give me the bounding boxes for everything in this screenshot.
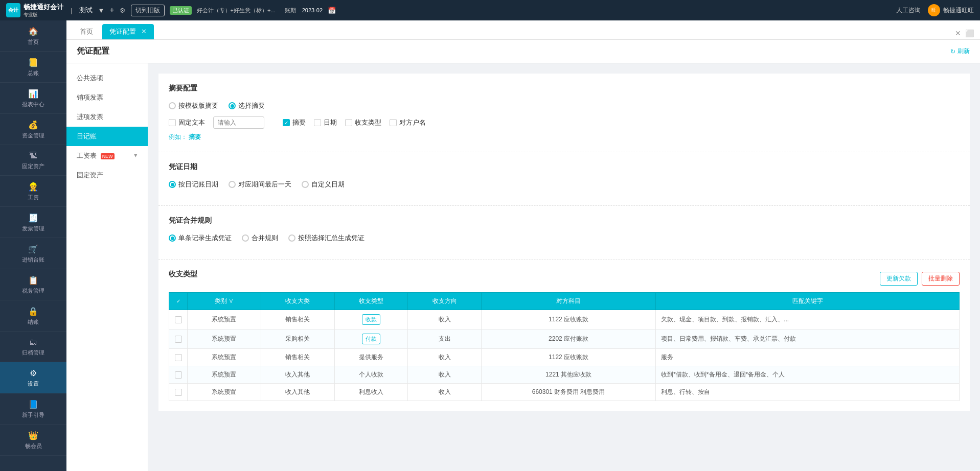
tab-close-icon[interactable]: ✕: [141, 28, 147, 35]
row-account-3: 1122 应收账款: [482, 349, 656, 366]
settings-icon: ⚙: [30, 368, 37, 378]
radio-select-summary-circle: [229, 102, 236, 109]
row-keywords-5: 利息、行转、按自: [656, 384, 960, 401]
row-type-2: 付款: [334, 329, 408, 349]
sidebar-label-close: 结账: [28, 318, 39, 326]
radio-merge-rule[interactable]: 合并规则: [242, 233, 278, 243]
income-expense-section: 收支类型 更新欠款 批量删除 ✓ 类别 ∨: [158, 260, 970, 411]
th-category: 类别 ∨: [188, 293, 261, 310]
radio-merge-rule-circle: [242, 234, 249, 242]
left-nav-public[interactable]: 公共选项: [66, 68, 148, 88]
refresh-button[interactable]: ↻ 刷新: [950, 47, 970, 56]
left-nav-purchase-invoice[interactable]: 进项发票: [66, 107, 148, 127]
row-checkbox-3[interactable]: [169, 349, 188, 366]
radio-period-last-day[interactable]: 对应期间最后一天: [229, 180, 291, 189]
topbar-calendar-icon[interactable]: 📅: [328, 7, 336, 14]
radio-template-summary[interactable]: 按模板版摘要: [169, 101, 218, 110]
topbar-gear-icon[interactable]: ⚙: [120, 7, 126, 14]
guide-icon: 📘: [28, 399, 38, 409]
sidebar-item-settings[interactable]: ⚙ 设置: [0, 362, 66, 393]
invoice-mgmt-icon: 🧾: [28, 213, 38, 223]
radio-select-summary[interactable]: 选择摘要: [229, 101, 265, 110]
topbar-dropdown-icon[interactable]: ▼: [98, 7, 104, 14]
brand-name: 畅捷通好会计: [24, 3, 63, 12]
sidebar-item-trade[interactable]: 🛒 进销台账: [0, 238, 66, 269]
fixed-text-input[interactable]: [213, 116, 264, 129]
radio-journal-date[interactable]: 按日记账日期: [169, 180, 218, 189]
right-config: 摘要配置 按模板版摘要 选择摘要: [148, 63, 980, 471]
tax-icon: 📋: [28, 275, 38, 285]
row-checkbox-2[interactable]: [169, 329, 188, 349]
left-nav-journal[interactable]: 日记账: [66, 127, 148, 146]
fixed-text-checkbox[interactable]: 固定文本: [169, 118, 205, 127]
sidebar-item-tax[interactable]: 📋 税务管理: [0, 269, 66, 300]
income-expense-title: 收支类型: [169, 270, 197, 279]
sidebar-item-ledger[interactable]: 📒 总账: [0, 52, 66, 83]
radio-template-summary-circle: [169, 102, 176, 109]
sidebar-item-salary[interactable]: 👷 工资: [0, 176, 66, 207]
sidebar-item-home[interactable]: 🏠 首页: [0, 20, 66, 52]
row-type-1: 收款: [334, 310, 408, 329]
date-checkbox-box: [314, 119, 321, 126]
page-header: 凭证配置 ↻ 刷新: [66, 40, 980, 63]
tab-home[interactable]: 首页: [73, 24, 100, 39]
left-nav-sales-invoice[interactable]: 销项发票: [66, 88, 148, 107]
income-expense-table: ✓ 类别 ∨ 收支大类 收支类型 收支方向 对方科目 匹配关键字: [169, 292, 960, 401]
user-avatar: 旺: [928, 4, 940, 16]
counterpart-name-checkbox[interactable]: 对方户名: [390, 118, 426, 127]
funds-icon: 💰: [28, 120, 38, 130]
tab-voucher-config[interactable]: 凭证配置 ✕: [102, 24, 154, 39]
row-big-type-5: 收入其他: [261, 384, 334, 401]
row-checkbox-4[interactable]: [169, 366, 188, 384]
brand: 会计 畅捷通好会计 专业版: [6, 3, 63, 18]
topbar-service-label[interactable]: 人工咨询: [896, 6, 921, 15]
sidebar-item-guide[interactable]: 📘 新手引导: [0, 393, 66, 425]
th-keywords: 匹配关键字: [656, 293, 960, 310]
voucher-date-section: 凭证日期 按日记账日期 对应期间最后一天 自定义日期: [158, 152, 970, 206]
topbar: 会计 畅捷通好会计 专业版 | 测试 ▼ + ⚙ 切到旧版 已认证 好会计（专）…: [0, 0, 980, 20]
fixed-text-checkbox-box: [169, 119, 176, 126]
sidebar-label-assets: 固定资产: [22, 162, 44, 170]
sidebar-item-reports[interactable]: 📊 报表中心: [0, 83, 66, 114]
tab-close-window-button[interactable]: ✕: [955, 29, 961, 37]
sidebar-label-reports: 报表中心: [22, 101, 44, 108]
switch-version-button[interactable]: 切到旧版: [131, 5, 165, 16]
batch-delete-button[interactable]: 批量删除: [922, 272, 960, 286]
sidebar-item-assets[interactable]: 🏗 固定资产: [0, 145, 66, 176]
brand-logo: 会计: [6, 3, 20, 17]
sidebar-item-close[interactable]: 🔒 结账: [0, 300, 66, 332]
income-type-checkbox[interactable]: 收支类型: [345, 118, 381, 127]
left-nav-payroll[interactable]: 工资表 NEW ▾: [66, 146, 148, 166]
date-checkbox[interactable]: 日期: [314, 118, 337, 127]
topbar-add-icon[interactable]: +: [109, 6, 114, 15]
row-category-3: 系统预置: [188, 349, 261, 366]
table-select-all-checkbox[interactable]: ✓: [175, 298, 182, 305]
row-keywords-4: 收到*借款、收到*备用金、退回*备用金、个人: [656, 366, 960, 384]
update-balance-button[interactable]: 更新欠款: [880, 272, 918, 286]
row-keywords-1: 欠款、现金、项目款、到款、报销款、汇入、...: [656, 310, 960, 329]
sidebar-item-archive[interactable]: 🗂 归档管理: [0, 332, 66, 362]
radio-single-record[interactable]: 单条记录生成凭证: [169, 233, 232, 243]
radio-aggregate[interactable]: 按照选择汇总生成凭证: [288, 233, 364, 243]
row-checkbox-1[interactable]: [169, 310, 188, 329]
radio-custom-date[interactable]: 自定义日期: [302, 180, 345, 189]
tabbar: 首页 凭证配置 ✕ ✕ ⬜: [66, 20, 980, 40]
summary-checkbox[interactable]: ✓ 摘要: [283, 118, 306, 127]
radio-period-last-day-circle: [229, 181, 236, 188]
row-account-5: 660301 财务费用 利息费用: [482, 384, 656, 401]
sidebar-label-trade: 进销台账: [22, 256, 44, 264]
row-account-1: 1122 应收账款: [482, 310, 656, 329]
row-checkbox-5[interactable]: [169, 384, 188, 401]
row-big-type-2: 采购相关: [261, 329, 334, 349]
tab-maximize-button[interactable]: ⬜: [965, 29, 974, 37]
sidebar-item-invoice-mgmt[interactable]: 🧾 发票管理: [0, 207, 66, 238]
row-type-tag-2[interactable]: 付款: [362, 334, 380, 344]
sidebar-item-funds[interactable]: 💰 资金管理: [0, 114, 66, 145]
left-nav-fixed-assets[interactable]: 固定资产: [66, 166, 148, 185]
row-big-type-4: 收入其他: [261, 366, 334, 384]
sidebar-item-member[interactable]: 👑 畅会员: [0, 425, 66, 456]
th-type: 收支类型: [334, 293, 408, 310]
row-direction-5: 收入: [408, 384, 482, 401]
page-title: 凭证配置: [77, 46, 109, 57]
row-type-tag-1[interactable]: 收款: [362, 314, 380, 325]
